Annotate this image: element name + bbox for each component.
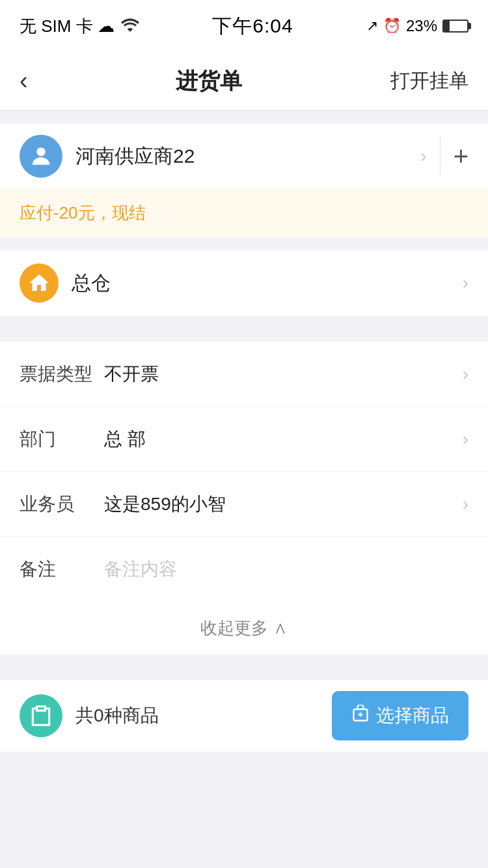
collapse-label: 收起更多 ∧ <box>200 617 287 640</box>
department-value: 总 部 <box>104 427 463 452</box>
department-chevron-icon: › <box>463 429 468 450</box>
salesperson-value: 这是859的小智 <box>104 492 463 517</box>
battery-icon <box>442 20 468 33</box>
status-bar: 无 SIM 卡 ☁ 下午6:04 ↗ ⏰ 23% <box>0 0 488 52</box>
add-supplier-button[interactable]: + <box>454 142 468 171</box>
status-time: 下午6:04 <box>212 13 293 40</box>
warehouse-row[interactable]: 总仓 › <box>0 251 488 316</box>
select-product-label: 选择商品 <box>376 703 449 728</box>
gap-1 <box>0 111 488 124</box>
location-icon: ↗ <box>366 18 378 34</box>
status-left: 无 SIM 卡 ☁ <box>20 15 139 38</box>
select-product-icon <box>351 705 370 727</box>
invoice-type-row[interactable]: 票据类型 不开票 › <box>0 342 488 407</box>
page-title: 进货单 <box>176 66 242 96</box>
content-area: 河南供应商22 › + 应付-20元，现结 总仓 › 票据类型 不开票 › 部门 <box>0 111 488 868</box>
select-product-button[interactable]: 选择商品 <box>332 691 468 740</box>
supplier-divider <box>440 137 441 176</box>
remark-label: 备注 <box>20 557 104 582</box>
collapse-button[interactable]: 收起更多 ∧ <box>0 602 488 654</box>
gap-2 <box>0 237 488 251</box>
department-row[interactable]: 部门 总 部 › <box>0 407 488 472</box>
salesperson-row[interactable]: 业务员 这是859的小智 › <box>0 472 488 537</box>
supplier-section: 河南供应商22 › + <box>0 124 488 189</box>
bottom-bar: 共0种商品 选择商品 <box>0 680 488 752</box>
supplier-chevron-icon: › <box>420 146 426 167</box>
invoice-type-label: 票据类型 <box>20 362 104 387</box>
product-count-label: 共0种商品 <box>75 703 332 728</box>
remark-input[interactable]: 备注内容 <box>104 557 468 582</box>
svg-point-0 <box>36 148 45 156</box>
notice-text: 应付-20元，现结 <box>20 203 146 223</box>
supplier-row[interactable]: 河南供应商22 › + <box>20 124 468 189</box>
invoice-type-value: 不开票 <box>104 362 463 387</box>
nav-bar: ‹ 进货单 打开挂单 <box>0 52 488 111</box>
remaining-background <box>0 752 488 868</box>
wifi-icon <box>121 16 139 36</box>
sim-label: 无 SIM 卡 ☁ <box>20 15 115 38</box>
remark-row[interactable]: 备注 备注内容 <box>0 537 488 602</box>
salesperson-chevron-icon: › <box>463 494 468 515</box>
department-label: 部门 <box>20 427 104 452</box>
product-icon <box>20 694 62 737</box>
gap-3 <box>0 316 488 329</box>
battery-percent: 23% <box>406 17 437 35</box>
back-button[interactable]: ‹ <box>20 67 28 95</box>
salesperson-label: 业务员 <box>20 492 104 517</box>
warehouse-name: 总仓 <box>72 270 463 297</box>
gap-4 <box>0 654 488 667</box>
alarm-icon: ⏰ <box>383 18 401 34</box>
warehouse-icon <box>20 264 59 303</box>
form-section: 票据类型 不开票 › 部门 总 部 › 业务员 这是859的小智 › 备注 备注… <box>0 342 488 602</box>
status-right: ↗ ⏰ 23% <box>366 17 468 35</box>
notice-banner: 应付-20元，现结 <box>0 189 488 237</box>
supplier-name: 河南供应商22 <box>75 143 420 170</box>
invoice-type-chevron-icon: › <box>463 364 468 385</box>
warehouse-chevron-icon: › <box>463 273 468 293</box>
supplier-avatar <box>20 135 62 178</box>
open-pending-button[interactable]: 打开挂单 <box>390 68 468 94</box>
